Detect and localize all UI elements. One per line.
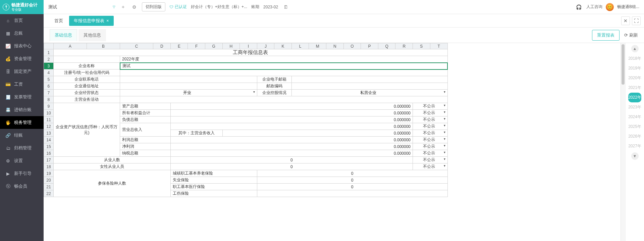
label-main-rev: 其中：主营业务收入 <box>170 130 222 137</box>
period-value[interactable]: 2022年度 <box>120 56 447 63</box>
nav-item-reports[interactable]: 📈报表中心 <box>0 40 44 52</box>
nav-item-invoice[interactable]: 🧾发票管理 <box>0 91 44 103</box>
label-total-liab: 负债总额 <box>120 116 171 123</box>
input-company[interactable]: 测试 <box>120 63 447 69</box>
headset-icon[interactable]: 🎧 <box>575 4 583 10</box>
vertical-scrollbar[interactable] <box>621 43 625 241</box>
select-status[interactable]: 开业 <box>120 90 257 96</box>
year-option[interactable]: 2027年 <box>626 141 643 151</box>
val-ins-med[interactable]: 0 <box>257 184 447 190</box>
spreadsheet[interactable]: AB CD EF GH IJ KL MN OP QR ST 1工商年报信息表 2… <box>44 43 448 197</box>
nav-label: 报表中心 <box>14 43 32 49</box>
year-option[interactable]: 2024年 <box>626 112 643 122</box>
input-reg[interactable] <box>120 69 447 76</box>
pub-emp[interactable]: 不公示 <box>413 157 447 163</box>
year-option[interactable]: 2023年 <box>626 102 643 112</box>
pub-total-rev[interactable]: 不公示 <box>413 123 447 130</box>
year-option[interactable]: 2026年 <box>626 132 643 141</box>
val-net-profit[interactable]: 0.000000 <box>170 143 413 150</box>
subtab-other-info[interactable]: 其他信息 <box>78 29 106 41</box>
pub-main-rev[interactable]: 不公示 <box>413 130 447 137</box>
nav-item-funds[interactable]: 💰资金管理 <box>0 52 44 65</box>
val-total-assets[interactable]: 0.000000 <box>170 103 413 110</box>
year-option[interactable]: 2018年 <box>626 54 643 63</box>
calendar-icon[interactable]: 🗓 <box>282 4 289 10</box>
input-bizmain[interactable] <box>120 96 447 103</box>
reset-button[interactable]: 重置报表 <box>592 30 620 41</box>
tab-home[interactable]: 首页 <box>48 14 69 27</box>
subtab-basic-info[interactable]: 基础信息 <box>50 29 77 41</box>
select-holding[interactable]: 私营企业 <box>291 90 447 96</box>
user-name[interactable]: 畅捷通B组... <box>617 4 639 10</box>
pub-total-liab[interactable]: 不公示 <box>413 116 447 123</box>
nav-label: 发票管理 <box>14 94 32 100</box>
input-post[interactable] <box>291 83 447 90</box>
nav-item-salary[interactable]: 💳工资 <box>0 78 44 91</box>
year-down-button[interactable]: ▼ <box>631 152 639 160</box>
pub-emp-female[interactable]: 不公示 <box>413 163 447 170</box>
nav-item-archive[interactable]: 🗂归档管理 <box>0 142 44 154</box>
company-selector[interactable]: 测试 ▽ <box>48 3 115 11</box>
sheet-title: 工商年报信息表 <box>53 49 447 56</box>
val-total-tax[interactable]: 0.000000 <box>170 150 413 157</box>
fullscreen-button[interactable]: ⛶ <box>632 16 641 25</box>
nav-label: 进销台账 <box>14 107 32 113</box>
tax-icon: 🖐 <box>5 120 11 125</box>
year-option[interactable]: 2021年 <box>626 83 643 93</box>
val-total-rev[interactable]: 0.000000 <box>170 123 413 130</box>
verified-badge: 🛡 已认证 <box>169 4 187 10</box>
pub-total-profit[interactable]: 不公示 <box>413 137 447 143</box>
val-owner-equity[interactable]: 0.000000 <box>170 110 413 116</box>
label-reg: 注册号/统一社会信用代码 <box>53 69 120 76</box>
input-phone[interactable] <box>120 76 257 83</box>
nav-item-member[interactable]: Ⓥ畅会员 <box>0 180 44 193</box>
year-option[interactable]: 2020年 <box>626 73 643 83</box>
nav-item-tax[interactable]: 🖐税务管理 <box>0 116 44 129</box>
val-total-profit[interactable]: 0.000000 <box>170 137 413 143</box>
nav-label: 畅会员 <box>14 183 27 189</box>
label-ins-med: 职工基本医疗保险 <box>170 184 257 190</box>
gear-icon[interactable]: ⚙ <box>131 4 138 10</box>
nav-item-ledger[interactable]: ▦总账 <box>0 27 44 40</box>
nav-item-settings[interactable]: ⚙设置 <box>0 154 44 167</box>
val-ins-unemp[interactable]: 0 <box>257 177 447 184</box>
tab-report-page[interactable]: 年报信息申报表 × <box>69 16 114 26</box>
nav-label: 总账 <box>14 30 23 36</box>
pub-owner-equity[interactable]: 不公示 <box>413 110 447 116</box>
pub-total-tax[interactable]: 不公示 <box>413 150 447 157</box>
label-net-profit: 净利润 <box>120 143 171 150</box>
val-emp[interactable]: 0 <box>170 157 413 163</box>
label-emp: 从业人数 <box>53 157 170 163</box>
add-icon[interactable]: ＋ <box>119 3 127 11</box>
val-ins-pension[interactable]: 0 <box>257 170 447 177</box>
chevron-down-icon: ▽ <box>113 5 115 9</box>
year-option[interactable]: 2022年 <box>628 93 641 102</box>
switch-old-button[interactable]: 切到旧版 <box>142 2 165 11</box>
refresh-button[interactable]: ⟳ 刷新 <box>624 32 638 38</box>
close-all-button[interactable]: ✕ <box>621 16 630 25</box>
label-ins-injury: 工伤保险 <box>170 190 257 197</box>
val-total-liab[interactable]: 0.000000 <box>170 116 413 123</box>
year-option[interactable]: 2019年 <box>626 63 643 73</box>
brand-edition: 专业版 <box>11 8 38 11</box>
avatar[interactable] <box>606 3 614 11</box>
nav-item-assets[interactable]: 🗄固定资产 <box>0 65 44 78</box>
human-service[interactable]: 人工咨询 <box>586 4 602 10</box>
nav-item-home[interactable]: ⌂首页 <box>0 14 44 27</box>
period-value[interactable]: 2023-02 <box>263 5 278 9</box>
val-ins-injury[interactable] <box>257 190 447 197</box>
pub-net-profit[interactable]: 不公示 <box>413 143 447 150</box>
input-addr[interactable] <box>120 83 257 90</box>
val-main-rev[interactable]: 0.000000 <box>222 130 413 137</box>
nav-item-inventory[interactable]: 📇进销台账 <box>0 103 44 116</box>
inventory-icon: 📇 <box>5 107 11 112</box>
nav-item-guide[interactable]: ▶新手引导 <box>0 167 44 180</box>
pub-total-assets[interactable]: 不公示 <box>413 103 447 110</box>
nav-label: 结账 <box>14 132 23 138</box>
val-emp-female[interactable]: 0 <box>170 163 413 170</box>
year-up-button[interactable]: ▲ <box>631 45 639 52</box>
nav-item-close[interactable]: 🔗结账 <box>0 129 44 142</box>
close-icon[interactable]: × <box>106 18 109 23</box>
year-option[interactable]: 2025年 <box>626 122 643 132</box>
input-email[interactable] <box>291 76 447 83</box>
